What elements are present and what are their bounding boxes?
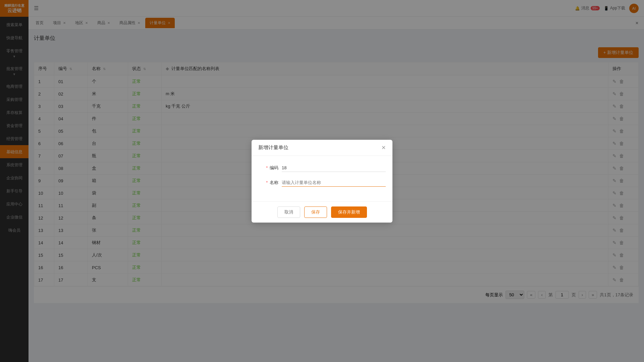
modal-close-button[interactable]: ✕ (381, 144, 386, 151)
save-button[interactable]: 保存 (304, 206, 327, 218)
form-row-name: * 名称 (258, 179, 386, 187)
cancel-button[interactable]: 取消 (277, 206, 300, 218)
modal-body: * 编码 * 名称 (252, 156, 392, 201)
code-input[interactable] (282, 164, 386, 172)
name-input[interactable] (282, 179, 386, 187)
add-unit-modal: 新增计量单位 ✕ * 编码 * 名称 取消 保存 保存并新增 (252, 140, 392, 223)
form-row-code: * 编码 (258, 164, 386, 172)
modal-header: 新增计量单位 ✕ (252, 140, 392, 156)
code-label: * 编码 (258, 165, 278, 171)
save-and-new-button[interactable]: 保存并新增 (331, 206, 367, 218)
modal-footer: 取消 保存 保存并新增 (252, 201, 392, 223)
modal-title: 新增计量单位 (258, 144, 288, 151)
name-label: * 名称 (258, 180, 278, 186)
modal-overlay[interactable]: 新增计量单位 ✕ * 编码 * 名称 取消 保存 保存并新增 (0, 0, 644, 362)
